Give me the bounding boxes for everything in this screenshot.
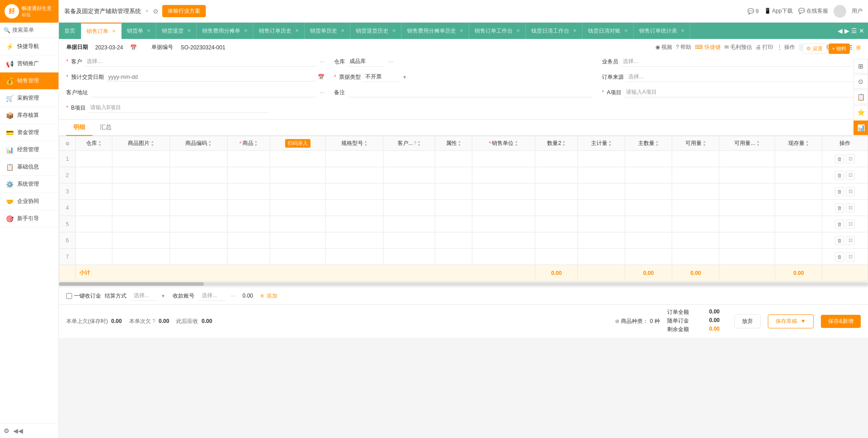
sort-icon[interactable]: ▲▼ — [703, 140, 706, 147]
close-tab-icon[interactable]: ✕ — [624, 23, 628, 39]
row-attribute[interactable] — [435, 200, 472, 216]
row-available[interactable] — [672, 249, 719, 265]
sort-icon[interactable]: ▲▼ — [608, 140, 612, 147]
row-stock[interactable] — [775, 249, 822, 265]
row-main-unit[interactable] — [578, 249, 625, 265]
tab-return-history[interactable]: 销货退货历史 ✕ — [350, 23, 402, 39]
row-main-qty[interactable] — [625, 183, 672, 200]
delivery-date-input[interactable] — [107, 73, 315, 82]
row-attribute[interactable] — [435, 167, 472, 183]
row-attribute[interactable] — [435, 183, 472, 200]
row-product[interactable] — [227, 232, 270, 249]
row-stock[interactable] — [775, 151, 822, 167]
sort-icon[interactable]: ▲▼ — [254, 140, 258, 147]
row-customer-code[interactable] — [383, 216, 435, 232]
row-delete-btn[interactable]: 🗑 — [835, 203, 844, 212]
row-available[interactable] — [672, 183, 719, 200]
row-image[interactable] — [112, 232, 170, 249]
row-available2[interactable] — [719, 232, 775, 249]
row-main-qty[interactable] — [625, 216, 672, 232]
payment-method-select[interactable]: 选择... — [130, 291, 157, 301]
row-image[interactable] — [112, 151, 170, 167]
settings-icon[interactable]: ⚙ — [4, 427, 10, 434]
sort-icon[interactable]: ▲▼ — [458, 140, 461, 147]
row-qty2[interactable] — [535, 216, 578, 232]
sidebar-item-finance[interactable]: 💳 资金管理 — [0, 124, 58, 141]
app-download-icon[interactable]: 📱 App下载 — [764, 7, 793, 15]
row-customer-code[interactable] — [383, 151, 435, 167]
sidebar-item-operations[interactable]: 📊 经营管理 — [0, 141, 58, 159]
row-customer-code[interactable] — [383, 249, 435, 265]
bank-account-more-btn[interactable]: ··· — [231, 293, 235, 299]
print-btn[interactable]: 🖨 打印 — [756, 43, 773, 51]
side-action-1[interactable]: ⊞ — [853, 59, 868, 73]
row-delete-btn[interactable]: 🗑 — [835, 220, 844, 229]
warehouse-value[interactable]: 成品库 — [348, 57, 384, 67]
sort-icon[interactable]: ▲▼ — [756, 140, 760, 147]
row-copy-btn[interactable]: ⊡ — [846, 220, 855, 229]
row-main-qty[interactable] — [625, 200, 672, 216]
row-available2[interactable] — [719, 249, 775, 265]
row-delete-btn[interactable]: 🗑 — [835, 171, 844, 180]
row-attribute[interactable] — [435, 249, 472, 265]
row-warehouse[interactable] — [76, 167, 112, 183]
row-main-unit[interactable] — [578, 167, 625, 183]
close-tab-icon[interactable]: ✕ — [147, 23, 150, 39]
row-customer-code[interactable] — [383, 183, 435, 200]
row-copy-btn[interactable]: ⊡ — [846, 187, 855, 196]
side-action-5[interactable]: 📊 — [853, 120, 868, 135]
sidebar-item-sales[interactable]: 💰 销售管理 — [0, 72, 58, 90]
sort-icon[interactable]: ▲▼ — [417, 140, 421, 147]
customer-more-btn[interactable]: ··· — [320, 58, 325, 65]
tab-order-history[interactable]: 销售订单历史 ✕ — [253, 23, 305, 39]
row-delete-btn[interactable]: 🗑 — [835, 252, 844, 261]
operations-btn[interactable]: ⋮ 操作 — [777, 43, 795, 51]
tab-close-all-icon[interactable]: ✕ — [859, 27, 864, 34]
row-sales-unit[interactable] — [472, 183, 535, 200]
sidebar-search-btn[interactable]: 🔍 搜索菜单 — [0, 23, 58, 38]
row-main-qty[interactable] — [625, 249, 672, 265]
one-click-checkbox-input[interactable] — [66, 293, 72, 299]
row-main-unit[interactable] — [578, 232, 625, 249]
row-main-unit[interactable] — [578, 183, 625, 200]
sidebar-item-quick-nav[interactable]: ⚡ 快捷导航 — [0, 38, 58, 55]
row-sales-unit[interactable] — [472, 232, 535, 249]
industry-plan-button[interactable]: 体验行业方案 — [162, 5, 206, 17]
row-warehouse[interactable] — [76, 249, 112, 265]
tab-detail[interactable]: 明细 — [66, 120, 92, 136]
row-main-qty[interactable] — [625, 167, 672, 183]
row-image[interactable] — [112, 249, 170, 265]
row-sales-unit[interactable] — [472, 151, 535, 167]
sort-icon[interactable]: ▲▼ — [364, 140, 368, 147]
row-delete-btn[interactable]: 🗑 — [835, 236, 844, 245]
row-delete-btn[interactable]: 🗑 — [835, 154, 844, 164]
a-project-input[interactable]: 请输入A项目 — [624, 87, 860, 97]
row-product[interactable] — [227, 167, 270, 183]
close-tab-icon[interactable]: ✕ — [341, 23, 344, 39]
row-sales-unit[interactable] — [472, 167, 535, 183]
row-warehouse[interactable] — [76, 216, 112, 232]
row-image[interactable] — [112, 183, 170, 200]
row-sales-unit[interactable] — [472, 249, 535, 265]
row-warehouse[interactable] — [76, 151, 112, 167]
row-attribute[interactable] — [435, 232, 472, 249]
row-available[interactable] — [672, 200, 719, 216]
row-main-qty[interactable] — [625, 151, 672, 167]
view-video-btn[interactable]: ◉ 视频 — [655, 43, 672, 51]
row-image[interactable] — [112, 167, 170, 183]
info-icon[interactable]: ? — [414, 141, 417, 146]
row-copy-btn[interactable]: ⊡ — [846, 154, 855, 164]
row-spec[interactable] — [326, 232, 383, 249]
chevron-down-icon[interactable]: ▼ — [145, 9, 149, 14]
col-setting[interactable]: ⚙ — [59, 136, 76, 151]
b-project-input[interactable]: 请输入B项目 — [88, 103, 270, 113]
tab-prev-icon[interactable]: ◀ — [838, 27, 843, 34]
row-qty2[interactable] — [535, 249, 578, 265]
row-copy-btn[interactable]: ⊡ — [846, 171, 855, 180]
address-more-btn[interactable]: ··· — [320, 89, 325, 96]
row-copy-btn[interactable]: ⊡ — [846, 252, 855, 261]
tab-fee-split-history[interactable]: 销售费用分摊单历史 ✕ — [402, 23, 469, 39]
save-draft-arrow-icon[interactable]: ▼ — [800, 318, 806, 324]
row-available[interactable] — [672, 151, 719, 167]
tab-menu-icon[interactable]: ☰ — [851, 27, 857, 34]
